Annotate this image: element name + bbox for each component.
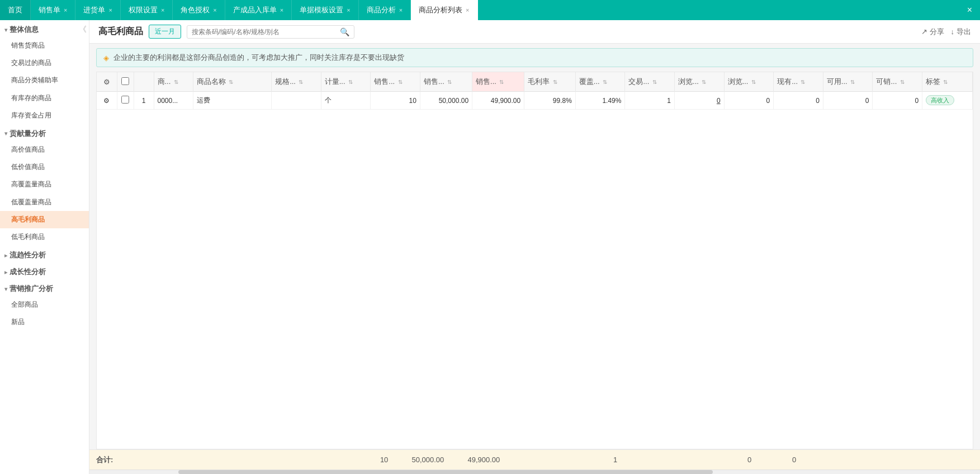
tab-role-permission[interactable]: 角色授权 ×: [173, 0, 225, 20]
sort-view1-icon: ⇅: [702, 79, 706, 85]
close-permission-settings[interactable]: ×: [161, 7, 164, 13]
sidebar-item-traded-goods[interactable]: 交易过的商品: [0, 54, 89, 72]
row-view1[interactable]: 0: [675, 92, 725, 110]
tab-order-template[interactable]: 单据模板设置 ×: [292, 0, 358, 20]
close-order-template[interactable]: ×: [347, 7, 350, 13]
sidebar-item-high-value[interactable]: 高价值商品: [0, 141, 89, 158]
share-icon: ↗: [921, 27, 927, 36]
footer-trade-count: 1: [578, 456, 617, 464]
scrollbar-thumb: [178, 470, 713, 474]
col-check[interactable]: [117, 72, 134, 92]
col-tag[interactable]: 标签 ⇅: [922, 72, 973, 92]
close-purchase-order[interactable]: ×: [108, 7, 112, 13]
sort-name-icon: ⇅: [229, 79, 233, 85]
sort-margin-rate-icon: ⇅: [553, 79, 557, 85]
sidebar-item-low-margin[interactable]: 低毛利商品: [0, 228, 89, 246]
content-header: 高毛利商品 近一月 🔍 ↗ 分享 ↓ 导出: [89, 20, 980, 44]
bottom-scrollbar[interactable]: [89, 470, 980, 474]
footer-sales-qty: 10: [349, 456, 388, 464]
row-name: 运费: [193, 92, 271, 110]
sidebar-item-stocked-goods[interactable]: 有库存的商品: [0, 90, 89, 107]
export-button[interactable]: ↓ 导出: [951, 27, 972, 37]
col-spec[interactable]: 规格... ⇅: [272, 72, 321, 92]
sidebar-collapse-button[interactable]: 《: [79, 25, 87, 35]
sidebar-group-growth-analysis[interactable]: ▸ 成长性分析: [0, 262, 89, 279]
share-button[interactable]: ↗ 分享: [921, 27, 944, 37]
select-all-checkbox[interactable]: [121, 77, 129, 85]
notice-icon: ◈: [103, 54, 109, 62]
tab-product-analysis[interactable]: 商品分析 ×: [359, 0, 411, 20]
sidebar-item-all-goods[interactable]: 全部商品: [0, 296, 89, 313]
sidebar-item-low-value[interactable]: 低价值商品: [0, 158, 89, 176]
window-close-button[interactable]: ×: [959, 0, 980, 20]
arrow-wealth: ▾: [4, 130, 7, 137]
sort-sales-amount-icon: ⇅: [447, 79, 452, 85]
table-footer: 合计: 10 50,000.00 49,900.00 1 0 0: [89, 449, 980, 470]
sidebar-item-segment-assist[interactable]: 商品分类辅助率: [0, 72, 89, 89]
sidebar-group-trend-analysis[interactable]: ▸ 流趋性分析: [0, 246, 89, 262]
arrow-growth: ▸: [4, 269, 7, 275]
close-product-purchase[interactable]: ×: [280, 7, 283, 13]
row-sales-qty: 10: [371, 92, 420, 110]
row-tag: 高收入: [922, 92, 973, 110]
col-seq: [134, 72, 154, 92]
search-input[interactable]: [192, 28, 340, 36]
col-margin-rate[interactable]: 毛利率 ⇅: [524, 72, 576, 92]
col-unit[interactable]: 计量... ⇅: [321, 72, 371, 92]
row-settings[interactable]: ⚙: [97, 92, 117, 110]
date-filter-button[interactable]: 近一月: [149, 25, 181, 39]
col-current-stock[interactable]: 现有... ⇅: [774, 72, 823, 92]
page-title: 高毛利商品: [98, 26, 143, 37]
col-sales-amount[interactable]: 销售... ⇅: [420, 72, 472, 92]
sort-sales-qty-icon: ⇅: [398, 79, 403, 85]
search-icon[interactable]: 🔍: [340, 27, 349, 36]
row-margin-rate: 99.8%: [524, 92, 576, 110]
sidebar-group-wealth-analysis[interactable]: ▾ 贡献量分析: [0, 124, 89, 141]
sidebar-group-marketing-analysis[interactable]: ▾ 营销推广分析: [0, 279, 89, 296]
sidebar-item-sales-goods[interactable]: 销售货商品: [0, 37, 89, 54]
col-sales-qty[interactable]: 销售... ⇅: [371, 72, 420, 92]
row-check[interactable]: [117, 92, 134, 110]
col-available[interactable]: 可用... ⇅: [823, 72, 873, 92]
close-product-analysis[interactable]: ×: [399, 7, 403, 13]
sidebar-item-low-coverage[interactable]: 低覆盖量商品: [0, 194, 89, 211]
row-sales-cost: 49,900.00: [472, 92, 524, 110]
tab-purchase-order[interactable]: 进货单 ×: [75, 0, 120, 20]
col-view1[interactable]: 浏览... ⇅: [675, 72, 725, 92]
col-name[interactable]: 商品名称 ⇅: [193, 72, 271, 92]
sidebar-item-stock-occupation[interactable]: 库存资金占用: [0, 107, 89, 124]
table-row: ⚙ 1 0000... 运费 个 10 50,000.00 49,900.00 …: [97, 92, 973, 110]
row-unit: 个: [321, 92, 371, 110]
sidebar-group-overall[interactable]: ▾ 整体信息: [0, 20, 89, 37]
col-settings[interactable]: ⚙: [97, 72, 117, 92]
close-product-analysis-list[interactable]: ×: [466, 7, 469, 13]
col-coverage[interactable]: 覆盖... ⇅: [575, 72, 625, 92]
sort-trade-count-icon: ⇅: [652, 79, 657, 85]
col-view2[interactable]: 浏览... ⇅: [724, 72, 774, 92]
col-trade-count[interactable]: 交易... ⇅: [625, 72, 675, 92]
col-code[interactable]: 商... ⇅: [154, 72, 193, 92]
tab-product-purchase[interactable]: 产成品入库单 ×: [225, 0, 292, 20]
sidebar-item-high-coverage[interactable]: 高覆盖量商品: [0, 176, 89, 193]
arrow-trend: ▸: [4, 252, 7, 259]
footer-label: 合计:: [96, 455, 113, 465]
footer-view1: [617, 456, 662, 464]
tag-badge: 高收入: [926, 95, 954, 105]
tab-sales-order[interactable]: 销售单 ×: [31, 0, 75, 20]
row-available: 0: [823, 92, 873, 110]
main-layout: 《 ▾ 整体信息 销售货商品 交易过的商品 商品分类辅助率 有库存的商品 库存资…: [0, 20, 980, 474]
tab-product-analysis-list[interactable]: 商品分析列表 ×: [411, 0, 477, 20]
close-role-permission[interactable]: ×: [213, 7, 216, 13]
row-checkbox[interactable]: [121, 96, 129, 104]
footer-sales-cost: 49,900.00: [444, 456, 500, 464]
tab-home[interactable]: 首页: [0, 0, 31, 20]
row-sales-amount: 50,000.00: [420, 92, 472, 110]
table-header-row: ⚙ 商... ⇅ 商品名称 ⇅: [97, 72, 973, 92]
tab-permission-settings[interactable]: 权限设置 ×: [121, 0, 173, 20]
col-sales-cost[interactable]: 销售... ⇅: [472, 72, 524, 92]
footer-available: 0: [751, 456, 796, 464]
sidebar-item-new-goods[interactable]: 新品: [0, 313, 89, 331]
sidebar-item-high-margin[interactable]: 高毛利商品: [0, 211, 89, 228]
close-sales-order[interactable]: ×: [64, 7, 67, 13]
col-sellable[interactable]: 可销... ⇅: [873, 72, 922, 92]
